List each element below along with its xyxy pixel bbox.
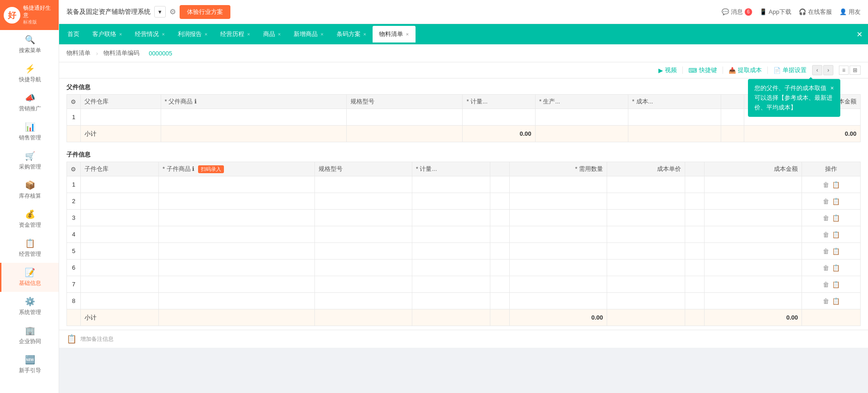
child-copy-7[interactable]: 📋 — [832, 281, 840, 288]
tab-goods[interactable]: 商品× — [257, 26, 287, 42]
tab-customer[interactable]: 客户联络× — [86, 26, 128, 42]
child-spec-4[interactable] — [314, 226, 412, 243]
child-spec-6[interactable] — [314, 260, 412, 276]
sidebar-item-search[interactable]: 🔍搜索菜单 — [0, 30, 59, 59]
child-warehouse-2[interactable] — [81, 193, 159, 210]
child-spec-3[interactable] — [314, 210, 412, 226]
sidebar-item-finance[interactable]: 💰资金管理 — [0, 205, 59, 234]
tab-home[interactable]: 首页 — [61, 26, 86, 42]
child-copy-6[interactable]: 📋 — [832, 264, 840, 272]
sidebar-item-inventory[interactable]: 📦库存核算 — [0, 175, 59, 205]
child-warehouse-3[interactable] — [81, 210, 159, 226]
child-cost-amount-5[interactable] — [705, 243, 802, 260]
child-delete-1[interactable]: 🗑 — [823, 181, 829, 188]
sidebar-item-basic[interactable]: 📝基础信息 — [0, 263, 59, 292]
child-unit-2[interactable] — [412, 193, 490, 210]
child-spec-8[interactable] — [314, 293, 412, 309]
child-warehouse-8[interactable] — [81, 293, 159, 309]
child-unit-5[interactable] — [412, 243, 490, 260]
child-goods-4[interactable] — [158, 226, 314, 243]
child-cost-amount-7[interactable] — [705, 276, 802, 293]
tab-profit[interactable]: 利润报告× — [171, 26, 214, 42]
message-btn[interactable]: 💬 消息 6 — [722, 8, 752, 16]
sidebar-item-purchase[interactable]: 🛒采购管理 — [0, 146, 59, 175]
child-unit-price-7[interactable] — [607, 276, 685, 293]
child-delete-3[interactable]: 🗑 — [823, 214, 829, 222]
topbar-select-btn[interactable]: ▾ — [154, 6, 166, 18]
child-spec-1[interactable] — [314, 176, 412, 193]
child-unit-4[interactable] — [412, 226, 490, 243]
child-goods-5[interactable] — [158, 243, 314, 260]
child-cost-amount-4[interactable] — [705, 226, 802, 243]
child-spec-5[interactable] — [314, 243, 412, 260]
child-cost-amount-3[interactable] — [705, 210, 802, 226]
sidebar-item-operations[interactable]: 📋经营管理 — [0, 234, 59, 263]
child-goods-8[interactable] — [158, 293, 314, 309]
child-delete-2[interactable]: 🗑 — [823, 198, 829, 205]
child-unit-6[interactable] — [412, 260, 490, 276]
tab-close-barcode[interactable]: × — [363, 31, 366, 37]
child-cost-amount-6[interactable] — [705, 260, 802, 276]
child-cost-amount-2[interactable] — [705, 193, 802, 210]
nav-prev-btn[interactable]: ‹ — [812, 65, 822, 75]
close-all-tabs-btn[interactable]: ✕ — [853, 30, 866, 39]
child-delete-6[interactable]: 🗑 — [823, 264, 829, 272]
tab-barcode[interactable]: 条码方案× — [330, 26, 373, 42]
child-goods-7[interactable] — [158, 276, 314, 293]
parent-cost-1[interactable] — [628, 109, 721, 126]
tab-operations[interactable]: 经营情况× — [128, 26, 171, 42]
child-cost-amount-1[interactable] — [705, 176, 802, 193]
parent-spec-1[interactable] — [346, 109, 463, 126]
child-delete-4[interactable]: 🗑 — [823, 231, 829, 238]
parent-unit-1[interactable] — [463, 109, 535, 126]
video-btn[interactable]: ▶ 视频 — [658, 66, 677, 74]
tab-close-newgoods[interactable]: × — [320, 31, 323, 37]
child-unit-1[interactable] — [412, 176, 490, 193]
child-copy-2[interactable]: 📋 — [832, 198, 840, 205]
tab-bom[interactable]: 物料清单× — [373, 26, 415, 42]
child-unit-price-4[interactable] — [607, 226, 685, 243]
single-settings-btn[interactable]: 📄 单据设置 — [773, 66, 807, 74]
child-unit-3[interactable] — [412, 210, 490, 226]
child-spec-7[interactable] — [314, 276, 412, 293]
child-goods-6[interactable] — [158, 260, 314, 276]
child-unit-price-6[interactable] — [607, 260, 685, 276]
sidebar-item-system[interactable]: ⚙️系统管理 — [0, 292, 59, 321]
child-copy-8[interactable]: 📋 — [832, 297, 840, 305]
child-unit-price-3[interactable] — [607, 210, 685, 226]
shortcut-btn[interactable]: ⌨ 快捷键 — [688, 66, 717, 74]
child-warehouse-4[interactable] — [81, 226, 159, 243]
tab-close-history[interactable]: × — [247, 31, 250, 37]
child-quantity-7[interactable] — [509, 276, 607, 293]
child-cost-amount-8[interactable] — [705, 293, 802, 309]
settings-icon[interactable]: ⚙ — [169, 7, 176, 16]
child-warehouse-7[interactable] — [81, 276, 159, 293]
user-btn[interactable]: 👤 用友 — [839, 8, 861, 16]
child-copy-5[interactable]: 📋 — [832, 248, 840, 255]
child-unit-7[interactable] — [412, 276, 490, 293]
trial-button[interactable]: 体验行业方案 — [180, 5, 230, 19]
child-quantity-2[interactable] — [509, 193, 607, 210]
child-quantity-3[interactable] — [509, 210, 607, 226]
child-unit-price-5[interactable] — [607, 243, 685, 260]
app-download-btn[interactable]: 📱 App下载 — [760, 8, 791, 16]
child-copy-1[interactable]: 📋 — [832, 181, 840, 188]
child-goods-2[interactable] — [158, 193, 314, 210]
parent-produce-1[interactable] — [535, 109, 628, 126]
sidebar-item-quicknav[interactable]: ⚡快捷导航 — [0, 59, 59, 88]
nav-next-btn[interactable]: › — [823, 65, 833, 75]
sidebar-item-sales[interactable]: 📊销售管理 — [0, 117, 59, 146]
tab-close-profit[interactable]: × — [205, 31, 207, 37]
child-delete-8[interactable]: 🗑 — [823, 297, 829, 305]
grid-view-btn[interactable]: ⊞ — [850, 66, 861, 75]
child-warehouse-6[interactable] — [81, 260, 159, 276]
tab-newgoods[interactable]: 新增商品× — [287, 26, 330, 42]
child-spec-2[interactable] — [314, 193, 412, 210]
child-delete-7[interactable]: 🗑 — [823, 281, 829, 288]
parent-warehouse-1[interactable] — [81, 109, 161, 126]
child-unit-price-8[interactable] — [607, 293, 685, 309]
tab-history[interactable]: 经营历程× — [214, 26, 256, 42]
parent-goods-1[interactable] — [161, 109, 346, 126]
child-goods-1[interactable] — [158, 176, 314, 193]
child-quantity-6[interactable] — [509, 260, 607, 276]
